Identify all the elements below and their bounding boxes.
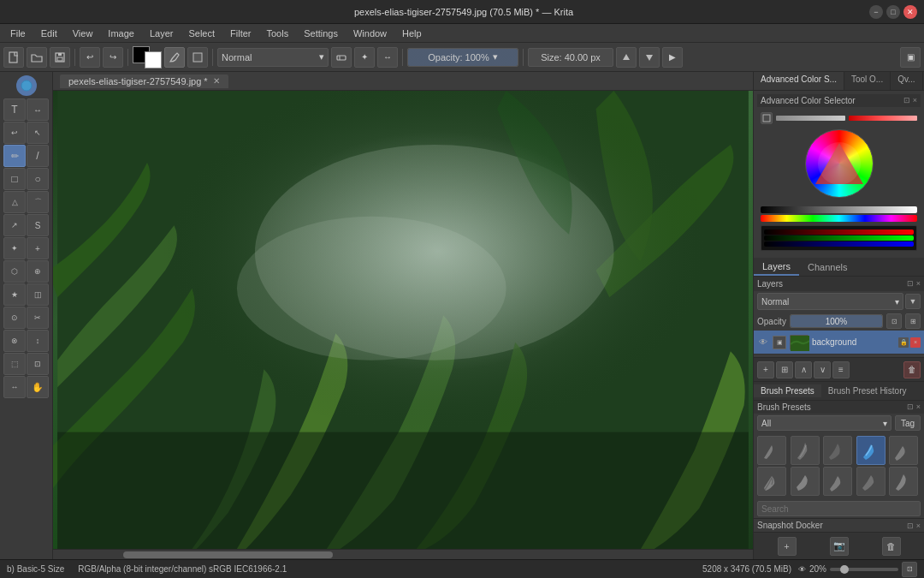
brush-preset-4-active[interactable] <box>856 436 886 465</box>
line-tool[interactable]: / <box>27 145 49 167</box>
blue-channel-slider[interactable] <box>764 241 914 247</box>
color-wheel-container[interactable] <box>757 126 921 201</box>
menu-filter[interactable]: Filter <box>223 27 258 40</box>
zoom-tool[interactable]: ✂ <box>27 307 49 329</box>
layer-properties-button[interactable]: ≡ <box>832 361 850 378</box>
menu-help[interactable]: Help <box>395 27 429 40</box>
brush-direction-button[interactable]: ▶ <box>662 47 683 68</box>
rp-camera-button[interactable]: 📷 <box>830 537 849 556</box>
canvas-tab-item[interactable]: pexels-elias-tigiser-2757549.jpg * ✕ <box>60 74 228 88</box>
menu-image[interactable]: Image <box>101 27 141 40</box>
layers-blend-mode-dropdown[interactable]: Normal ▾ <box>757 293 903 310</box>
save-document-button[interactable] <box>50 47 70 68</box>
move-layer-down-button[interactable]: ∨ <box>814 361 831 378</box>
brush-preset-2[interactable] <box>791 436 820 465</box>
menu-window[interactable]: Window <box>346 27 394 40</box>
fill-tool-button[interactable] <box>187 47 208 68</box>
blend-mode-dropdown[interactable]: Normal ▾ <box>217 48 329 67</box>
tab-brush-history[interactable]: Brush Preset History <box>821 384 914 397</box>
brush-preset-7[interactable] <box>791 467 820 496</box>
polygon-tool[interactable]: ↖ <box>27 122 49 144</box>
select-tool[interactable]: T <box>3 98 26 121</box>
canvas-close-button[interactable]: ✕ <box>213 76 220 86</box>
layer-item-background[interactable]: 👁 ▣ background 🔒 × <box>754 331 924 355</box>
maximize-button[interactable]: □ <box>886 5 900 19</box>
fill-tool[interactable]: ⊕ <box>27 260 49 283</box>
group-layer-button[interactable]: ⊞ <box>776 361 793 378</box>
rect-tool[interactable]: □ <box>3 168 26 190</box>
brush-preset-6[interactable] <box>757 467 786 496</box>
menu-layer[interactable]: Layer <box>143 27 181 40</box>
hand-tool[interactable]: ✋ <box>27 376 49 398</box>
tab-brush-presets[interactable]: Brush Presets <box>754 384 821 397</box>
canvas-horizontal-scrollbar[interactable] <box>53 549 753 559</box>
rect-select-tool[interactable]: ⬚ <box>3 353 26 375</box>
mirror-button[interactable]: ↔ <box>377 47 398 68</box>
layers-filter-button[interactable]: ▼ <box>905 294 921 309</box>
brush-tool[interactable]: ✏ <box>3 145 26 167</box>
brush-search-input[interactable] <box>757 501 921 516</box>
clone-tool[interactable]: ✦ <box>3 237 26 259</box>
brush-preset-8[interactable] <box>823 467 852 496</box>
minimize-button[interactable]: − <box>869 5 883 19</box>
transform-button[interactable]: ✦ <box>354 47 375 68</box>
tab-advanced-color[interactable]: Advanced Color S... <box>754 72 844 90</box>
menu-edit[interactable]: Edit <box>34 27 64 40</box>
layers-opacity-lock[interactable]: ⊡ <box>886 313 902 329</box>
brush-size-control[interactable]: Size: 40.00 px <box>528 48 613 67</box>
menu-select[interactable]: Select <box>181 27 222 40</box>
ellipse-tool[interactable]: ○ <box>27 168 49 190</box>
menu-tools[interactable]: Tools <box>260 27 296 40</box>
freehand-path-tool[interactable]: ↩ <box>3 122 26 144</box>
gamut-slider[interactable] <box>776 116 845 121</box>
colorize-tool[interactable]: ◫ <box>27 283 49 306</box>
move-layer-up-button[interactable]: ∧ <box>795 361 812 378</box>
erase-button[interactable] <box>331 47 352 68</box>
red-channel-slider[interactable] <box>764 229 914 235</box>
brush-preset-5[interactable] <box>889 436 918 465</box>
gradient-tool[interactable]: ★ <box>3 283 26 306</box>
tab-qv[interactable]: Qv... <box>891 72 922 90</box>
eyedropper-tool[interactable]: ⊗ <box>3 330 26 352</box>
brush-preset-1[interactable] <box>757 436 786 465</box>
menu-view[interactable]: View <box>66 27 100 40</box>
layer-visibility-toggle[interactable]: 👁 <box>757 337 769 349</box>
redo-button[interactable]: ↪ <box>103 47 123 68</box>
hue-slider[interactable] <box>849 116 918 121</box>
layers-opacity-more[interactable]: ⊞ <box>905 313 921 329</box>
canvas-viewport[interactable] <box>53 91 753 549</box>
color-swatches[interactable] <box>133 46 162 69</box>
multibrush-tool[interactable]: ↗ <box>3 214 26 236</box>
zoom-slider[interactable] <box>830 568 898 571</box>
menu-settings[interactable]: Settings <box>297 27 345 40</box>
tab-tool-options[interactable]: Tool O... <box>844 72 891 90</box>
smart-patch-tool[interactable]: S <box>27 214 49 236</box>
brush-preset-10[interactable] <box>889 467 918 496</box>
panel-toggle-button[interactable]: ▣ <box>900 47 921 68</box>
layers-opacity-slider[interactable]: 100% <box>790 314 883 328</box>
pan-tool[interactable]: ↕ <box>27 330 49 352</box>
menu-file[interactable]: File <box>3 27 33 40</box>
background-color[interactable] <box>145 51 162 69</box>
canvas-scrollbar-thumb[interactable] <box>123 551 333 558</box>
size-down-button[interactable] <box>639 47 660 68</box>
move-tool[interactable]: ↔ <box>27 98 49 121</box>
green-channel-slider[interactable] <box>764 235 914 241</box>
polygon-select-tool[interactable]: △ <box>3 191 26 213</box>
delete-layer-button[interactable]: 🗑 <box>903 361 921 378</box>
hue-range-slider[interactable] <box>761 215 917 222</box>
size-up-button[interactable] <box>616 47 637 68</box>
bezier-tool[interactable]: ⌒ <box>27 191 49 213</box>
lightness-slider[interactable] <box>761 206 917 213</box>
ellipse-select-tool[interactable]: ⊡ <box>27 353 49 375</box>
brush-preset-9[interactable] <box>856 467 886 496</box>
gamut-btn[interactable] <box>761 112 773 124</box>
color-wheel[interactable] <box>805 129 874 198</box>
brush-tag-button[interactable]: Tag <box>895 415 921 431</box>
zoom-fit-button[interactable]: ⊡ <box>902 562 917 577</box>
undo-button[interactable]: ↩ <box>80 47 100 68</box>
layer-lock-icon[interactable]: 🔒 <box>898 337 909 348</box>
brush-category-dropdown[interactable]: All ▾ <box>757 415 891 431</box>
close-button[interactable]: ✕ <box>903 5 917 19</box>
open-document-button[interactable] <box>27 47 47 68</box>
